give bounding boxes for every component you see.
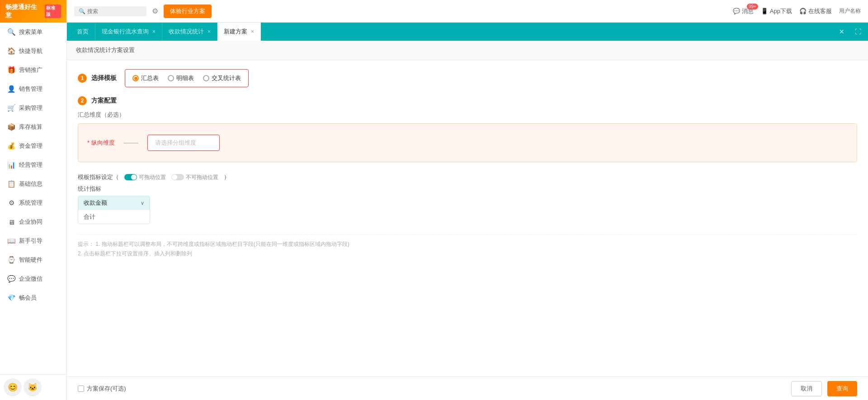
home-icon: 🏠: [7, 47, 15, 55]
sidebar-item-inventory[interactable]: 📦 库存核算: [0, 118, 66, 136]
draggable-hint: 可拖动位置: [124, 174, 166, 181]
topbar-search-box[interactable]: 🔍: [74, 6, 146, 16]
template-cross-option[interactable]: 交叉统计表: [203, 74, 241, 82]
breadcrumb: 收款情况统计方案设置: [67, 41, 868, 60]
col-dropdown-icon[interactable]: ∨: [141, 200, 144, 206]
dim-section-title: 汇总维度（必选）: [78, 111, 857, 119]
sidebar-label-management: 经营管理: [19, 161, 42, 169]
row-total-text: 合计: [84, 213, 95, 220]
draggable-label: 可拖动位置: [139, 174, 166, 181]
sidebar-item-management[interactable]: 📊 经营管理: [0, 155, 66, 174]
toggle-undraggable: [171, 174, 184, 180]
tab-bank-close[interactable]: ×: [152, 28, 156, 35]
template-summary-option[interactable]: 汇总表: [132, 74, 159, 82]
tab-home[interactable]: 首页: [71, 23, 95, 41]
step2-section: 2 方案配置 汇总维度（必选） * 纵向维度 —— 请选择分组维度: [78, 96, 857, 265]
gift-icon: 🎁: [7, 66, 15, 74]
sidebar-avatar-2[interactable]: 🐱: [24, 378, 42, 396]
undraggable-label: 不可拖动位置: [186, 174, 218, 181]
tab-new-plan-label: 新建方案: [224, 28, 247, 36]
tab-receipt-close[interactable]: ×: [208, 28, 211, 35]
sidebar-item-search[interactable]: 🔍 搜索菜单: [0, 23, 66, 42]
message-icon: 💬: [733, 8, 740, 14]
tab-maximize-button[interactable]: ⛶: [852, 25, 864, 38]
sidebar-item-marketing[interactable]: 🎁 营销推广: [0, 61, 66, 80]
tab-new-plan-close[interactable]: ×: [251, 28, 254, 35]
save-label: 方案保存(可选): [87, 385, 126, 393]
tab-bank[interactable]: 现金银行流水查询 ×: [95, 23, 162, 41]
tab-receipt-label: 收款情况统计: [169, 28, 204, 36]
sidebar-item-wechat[interactable]: 💬 企业微信: [0, 269, 66, 288]
box-icon: 📦: [7, 123, 15, 131]
template-selector: 汇总表 明细表 交叉统计表: [125, 69, 249, 87]
bottom-bar: 方案保存(可选) 取消 查询: [67, 376, 868, 400]
service-label: 在线客服: [808, 7, 832, 15]
user-info[interactable]: 用户名称: [839, 7, 861, 15]
content-area: 收款情况统计方案设置 1 选择模板 汇总表 明细表: [67, 41, 868, 400]
cancel-button[interactable]: 取消: [791, 381, 822, 396]
sidebar-label-purchase: 采购管理: [19, 104, 42, 112]
gear-sidebar-icon: ⚙: [7, 199, 15, 207]
sidebar-item-sales[interactable]: 👤 销售管理: [0, 80, 66, 99]
tips-line1: 提示： 1. 拖动标题栏可以调整布局，不可跨维度或指标区域拖动栏目字段(只能在同…: [78, 240, 857, 248]
save-checkbox[interactable]: [78, 386, 84, 392]
tab-actions: ✕ ⛶: [835, 25, 864, 38]
service-link[interactable]: 🎧 在线客服: [799, 7, 832, 15]
stats-area: 统计指标 收款金额 ∨ 合计: [78, 185, 857, 226]
metrics-header: 模板指标设定（ 可拖动位置 不可拖动位置 ）: [78, 173, 857, 181]
sidebar-label-inventory: 库存核算: [19, 123, 42, 131]
metrics-col-header[interactable]: 收款金额 ∨: [78, 196, 150, 210]
template-detail-option[interactable]: 明细表: [168, 74, 194, 82]
metrics-title-text: 模板指标设定（: [78, 173, 119, 181]
sidebar-label-wechat: 企业微信: [19, 275, 42, 283]
bottom-buttons: 取消 查询: [791, 381, 857, 396]
sidebar-item-cooperation[interactable]: 🖥 企业协同: [0, 212, 66, 231]
section-body: 1 选择模板 汇总表 明细表 交叉统计表: [67, 60, 868, 274]
app-logo: 畅捷通好生意 标准版: [0, 0, 66, 23]
sidebar-item-hardware[interactable]: ⌚ 智能硬件: [0, 250, 66, 269]
template-detail-label: 明细表: [176, 74, 194, 82]
tab-new-plan[interactable]: 新建方案 ×: [217, 23, 261, 41]
step1-row: 1 选择模板 汇总表 明细表 交叉统计表: [78, 69, 857, 87]
sidebar-label-sales: 销售管理: [19, 85, 42, 93]
messages-count: 99+: [747, 4, 758, 9]
sidebar-label-marketing: 营销推广: [19, 66, 42, 74]
tips-text1: 1. 拖动标题栏可以调整布局，不可跨维度或指标区域拖动栏目字段(只能在同一维度或…: [95, 241, 349, 247]
clipboard-icon: 📋: [7, 180, 15, 188]
sidebar-item-purchase[interactable]: 🛒 采购管理: [0, 99, 66, 118]
settings-icon[interactable]: ⚙: [152, 7, 158, 15]
trial-button[interactable]: 体验行业方案: [164, 5, 212, 18]
dimension-select[interactable]: 请选择分组维度: [147, 135, 220, 151]
sidebar-item-basic[interactable]: 📋 基础信息: [0, 174, 66, 193]
sidebar-item-guide[interactable]: 📖 新手引导: [0, 231, 66, 250]
cart-icon: 🛒: [7, 104, 15, 112]
radio-detail-circle: [168, 75, 174, 81]
sidebar-label-guide: 新手引导: [19, 237, 42, 245]
metrics-table: 收款金额 ∨ 合计: [78, 196, 150, 224]
dim-placeholder-text: 请选择分组维度: [155, 139, 196, 146]
watch-icon: ⌚: [7, 256, 15, 264]
download-link[interactable]: 📱 App下载: [761, 7, 792, 15]
toggle-draggable[interactable]: [124, 174, 137, 180]
radio-cross-circle: [203, 75, 209, 81]
messages-badge[interactable]: 💬 消息 99+: [733, 7, 754, 15]
tips-line2: 2. 点击标题栏下拉可设置排序、插入列和删除列: [78, 250, 857, 258]
vertical-dim-label: * 纵向维度: [87, 139, 115, 147]
headset-icon: 🎧: [799, 8, 807, 14]
tab-receipt[interactable]: 收款情况统计 ×: [162, 23, 217, 41]
sidebar-avatar-1[interactable]: 😊: [4, 378, 22, 396]
sidebar-item-system[interactable]: ⚙ 系统管理: [0, 193, 66, 212]
sidebar-item-finance[interactable]: 💰 资金管理: [0, 136, 66, 155]
tab-close-all-button[interactable]: ✕: [835, 25, 848, 38]
query-button[interactable]: 查询: [827, 381, 857, 396]
dim-title-text: 汇总维度（必选）: [78, 111, 125, 118]
stats-label: 统计指标: [78, 185, 857, 193]
user-icon: 👤: [7, 85, 15, 93]
tabbar: 首页 现金银行流水查询 × 收款情况统计 × 新建方案 × ✕ ⛶: [67, 23, 868, 41]
sidebar-item-member[interactable]: 💎 畅会员: [0, 288, 66, 307]
dim-arrow: ——: [124, 139, 138, 147]
col-header-text: 收款金额: [84, 199, 107, 207]
download-label: App下载: [770, 7, 792, 15]
sidebar-item-quick-nav[interactable]: 🏠 快捷导航: [0, 42, 66, 61]
search-input[interactable]: [87, 8, 137, 14]
